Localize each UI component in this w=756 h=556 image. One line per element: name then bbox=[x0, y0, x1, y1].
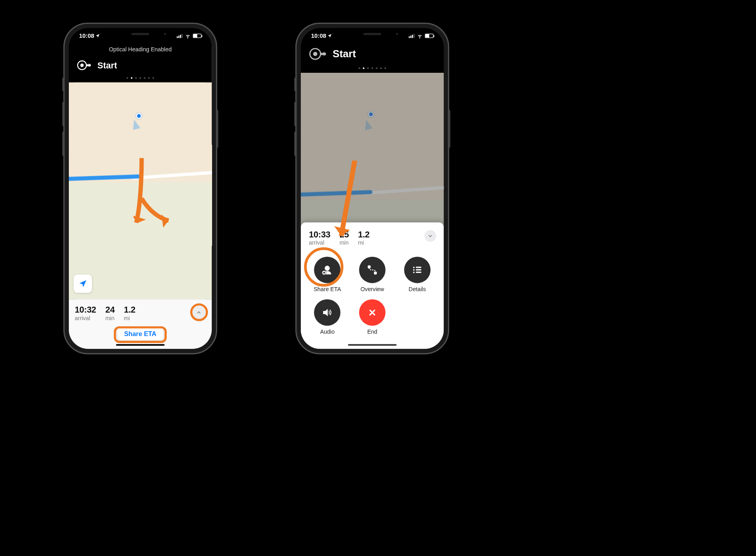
svg-point-3 bbox=[314, 52, 317, 56]
collapse-button[interactable] bbox=[424, 230, 436, 242]
share-eta-action[interactable]: Share ETA bbox=[309, 257, 346, 292]
direction-label: Start bbox=[97, 60, 117, 70]
duration-stat: 24 min bbox=[105, 305, 115, 321]
svg-point-1 bbox=[81, 64, 83, 66]
home-indicator[interactable] bbox=[348, 344, 397, 346]
location-arrow-icon bbox=[327, 33, 332, 38]
svg-point-11 bbox=[413, 269, 415, 271]
cellular-icon bbox=[409, 34, 415, 38]
svg-rect-10 bbox=[416, 267, 421, 268]
svg-point-8 bbox=[374, 272, 376, 274]
person-plus-icon bbox=[321, 263, 334, 277]
svg-rect-14 bbox=[416, 272, 421, 273]
home-indicator[interactable] bbox=[116, 344, 165, 346]
list-icon bbox=[411, 264, 423, 276]
page-dots[interactable] bbox=[308, 68, 436, 69]
svg-point-4 bbox=[325, 266, 330, 271]
power-button bbox=[449, 110, 450, 148]
chevron-down-icon bbox=[427, 233, 433, 239]
volume-button bbox=[294, 102, 296, 126]
volume-button bbox=[62, 102, 64, 126]
volume-button bbox=[294, 132, 296, 156]
optical-heading-banner: Optical Heading Enabled bbox=[76, 47, 204, 53]
trip-info-card: 10:32 arrival 24 min 1.2 mi Share ETA bbox=[69, 299, 212, 349]
volume-button bbox=[294, 78, 296, 91]
audio-action[interactable]: Audio bbox=[309, 299, 346, 335]
distance-stat: 1.2 mi bbox=[124, 305, 135, 321]
location-arrow-icon bbox=[78, 279, 88, 288]
phone-right: 10:08 Start bbox=[295, 23, 449, 354]
distance-stat: 1.2 mi bbox=[358, 229, 370, 246]
duration-stat: 25 min bbox=[339, 229, 349, 246]
page-dots[interactable] bbox=[76, 77, 204, 79]
volume-button bbox=[62, 132, 64, 156]
navigation-header: Optical Heading Enabled Start bbox=[69, 44, 212, 83]
svg-rect-12 bbox=[416, 269, 421, 270]
wifi-icon bbox=[417, 33, 423, 39]
chevron-up-icon bbox=[196, 309, 202, 315]
location-arrow-icon bbox=[95, 33, 100, 38]
status-time: 10:08 bbox=[311, 32, 326, 39]
trip-options-sheet: 10:33 arrival 25 min 1.2 mi bbox=[301, 222, 444, 349]
battery-icon bbox=[425, 34, 434, 38]
notch bbox=[340, 28, 405, 40]
navigation-header: Start bbox=[301, 44, 444, 73]
map-view[interactable] bbox=[69, 82, 212, 299]
share-eta-button[interactable]: Share ETA bbox=[117, 327, 164, 341]
speaker-icon bbox=[321, 306, 333, 319]
volume-button bbox=[62, 78, 64, 91]
overview-action[interactable]: Overview bbox=[354, 257, 391, 292]
status-time: 10:08 bbox=[79, 32, 94, 39]
svg-point-13 bbox=[413, 272, 415, 273]
expand-button[interactable] bbox=[192, 306, 205, 319]
arrival-stat: 10:32 arrival bbox=[75, 305, 96, 321]
roundabout-start-icon bbox=[308, 45, 327, 63]
current-location-dot bbox=[136, 113, 142, 119]
route-icon bbox=[366, 264, 378, 276]
svg-point-7 bbox=[368, 266, 370, 268]
end-action[interactable]: End bbox=[354, 299, 391, 335]
cellular-icon bbox=[177, 34, 183, 38]
current-location-dot bbox=[368, 111, 374, 117]
direction-label: Start bbox=[333, 48, 356, 60]
arrival-stat: 10:33 arrival bbox=[309, 229, 330, 246]
x-icon bbox=[367, 307, 378, 318]
phone-left: 10:08 Optical Heading Enabled Start bbox=[63, 23, 217, 354]
recenter-button[interactable] bbox=[74, 274, 92, 293]
svg-point-9 bbox=[413, 267, 415, 268]
roundabout-start-icon bbox=[76, 58, 92, 73]
details-action[interactable]: Details bbox=[399, 257, 436, 292]
battery-icon bbox=[193, 34, 202, 38]
power-button bbox=[216, 110, 218, 148]
wifi-icon bbox=[185, 33, 191, 39]
notch bbox=[108, 28, 173, 40]
